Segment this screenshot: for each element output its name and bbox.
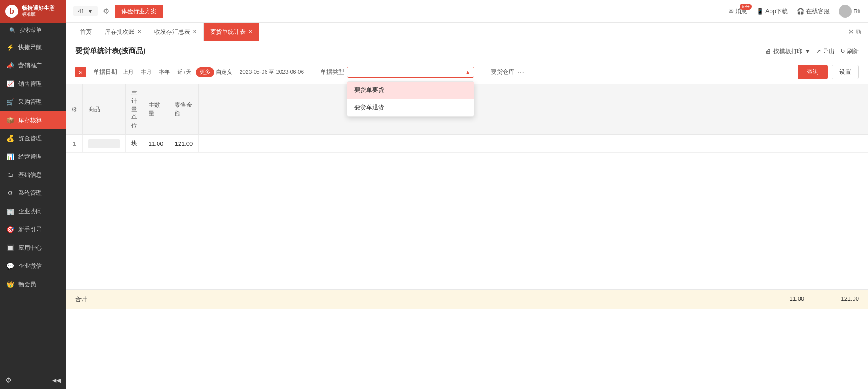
tab-home[interactable]: 首页 xyxy=(73,23,98,41)
quick-nav-icon: ⚡ xyxy=(5,43,15,52)
filter-actions: 查询 设置 xyxy=(798,65,859,79)
filter-bar: » 单据日期 上月 本月 本年 近7天 更多 自定义 2023-05-06 至 … xyxy=(66,60,868,84)
doctype-input[interactable] xyxy=(347,67,474,78)
store-dropdown-arrow: ▼ xyxy=(87,8,93,15)
topbar-right: ✉ 消息 99+ 📱 App下载 🎧 在线客服 Rit xyxy=(729,5,861,18)
page-inner: 要货单统计表(按商品) 🖨 按模板打印 ▼ ↗ 导出 ↻ 刷新 xyxy=(66,41,868,389)
sidebar-item-label: 畅会员 xyxy=(18,280,61,288)
sidebar-item-label: 快捷导航 xyxy=(18,43,61,51)
tab-label: 收发存汇总表 xyxy=(154,28,190,36)
cell-quantity: 11.00 xyxy=(143,135,169,153)
sidebar-item-finance[interactable]: 💰 资金管理 xyxy=(0,129,66,148)
filter-expand-btn[interactable]: » xyxy=(75,67,86,77)
app-download-label: App下载 xyxy=(765,7,788,15)
warehouse-filter-group: 要货仓库 ··· xyxy=(491,67,524,77)
export-label: 导出 xyxy=(823,47,835,56)
sidebar-item-sales[interactable]: 📈 销售管理 xyxy=(0,75,66,93)
sidebar-item-app-center[interactable]: 🔲 应用中心 xyxy=(0,239,66,257)
date-btn-more[interactable]: 更多 xyxy=(196,67,214,77)
warehouse-dots-icon[interactable]: ··· xyxy=(517,67,524,77)
user-name: Rit xyxy=(853,8,861,15)
footer-spacer xyxy=(96,295,781,303)
query-btn[interactable]: 查询 xyxy=(798,65,828,79)
sidebar-item-label: 基础信息 xyxy=(18,171,61,179)
sidebar: b 畅捷通好生意 标准版 🔍 搜索菜单 ⚡ 快捷导航 📣 营销推广 📈 销售管理… xyxy=(0,0,66,389)
cell-no: 1 xyxy=(66,135,83,153)
settings-icon[interactable]: ⚙ xyxy=(5,376,12,384)
table-settings-icon[interactable]: ⚙ xyxy=(72,106,77,113)
cell-amount: 121.00 xyxy=(169,135,199,153)
sidebar-item-guide[interactable]: 🎯 新手引导 xyxy=(0,220,66,239)
settings-btn[interactable]: 设置 xyxy=(832,65,859,79)
tab-maximize-btn[interactable]: ⧉ xyxy=(856,27,861,36)
sidebar-item-inventory[interactable]: 📦 库存核算 xyxy=(0,111,66,129)
industry-btn[interactable]: 体验行业方案 xyxy=(115,5,163,18)
warehouse-filter-label: 要货仓库 xyxy=(491,68,514,76)
sidebar-search[interactable]: 🔍 搜索菜单 xyxy=(0,23,66,38)
sidebar-item-purchase[interactable]: 🛒 采购管理 xyxy=(0,93,66,111)
operations-icon: 📊 xyxy=(5,152,15,161)
date-btn-this-year[interactable]: 本年 xyxy=(156,67,173,77)
sidebar-item-corp-wechat[interactable]: 💬 企业微信 xyxy=(0,257,66,275)
sidebar-item-marketing[interactable]: 📣 营销推广 xyxy=(0,56,66,75)
tab-close-icon[interactable]: ✕ xyxy=(137,29,141,35)
doctype-option-return[interactable]: 要货单退货 xyxy=(347,99,474,116)
date-btn-last-month[interactable]: 上月 xyxy=(120,67,136,77)
tab-close-all-btn[interactable]: ✕ xyxy=(848,27,854,36)
sidebar-item-label: 采购管理 xyxy=(18,98,61,106)
store-selector[interactable]: 41 ▼ xyxy=(73,6,98,16)
footer-quantity: 11.00 xyxy=(790,295,805,303)
sidebar-item-label: 资金管理 xyxy=(18,134,61,143)
empty-space xyxy=(66,153,868,289)
app-center-icon: 🔲 xyxy=(5,243,15,252)
doctype-select-wrapper: ▲ 要货单要货 要货单退货 xyxy=(347,67,474,78)
date-range-display: 2023-05-06 至 2023-06-06 xyxy=(240,68,304,76)
refresh-action[interactable]: ↻ 刷新 xyxy=(840,47,859,56)
tab-close-icon[interactable]: ✕ xyxy=(193,29,197,35)
col-settings-header[interactable]: ⚙ xyxy=(66,84,83,135)
refresh-icon: ↻ xyxy=(840,48,845,55)
enterprise-icon: 🏢 xyxy=(5,207,15,216)
export-action[interactable]: ↗ 导出 xyxy=(816,47,835,56)
user-avatar-item[interactable]: Rit xyxy=(839,5,861,18)
tab-order-summary[interactable]: 要货单统计表 ✕ xyxy=(204,23,259,41)
sidebar-item-label: 系统管理 xyxy=(18,189,61,197)
home-tab-label: 首页 xyxy=(80,28,92,36)
sidebar-item-system[interactable]: ⚙ 系统管理 xyxy=(0,184,66,202)
logo-icon: b xyxy=(5,5,18,18)
online-service-item[interactable]: 🎧 在线客服 xyxy=(797,7,830,15)
col-extra-header xyxy=(199,84,868,135)
date-filter-label: 单据日期 xyxy=(93,68,117,76)
marketing-icon: 📣 xyxy=(5,61,15,70)
app-download-item[interactable]: 📱 App下载 xyxy=(756,7,788,15)
purchase-icon: 🛒 xyxy=(5,97,15,107)
store-name: 41 xyxy=(78,8,84,15)
tab-close-icon[interactable]: ✕ xyxy=(248,29,252,35)
topbar: 41 ▼ ⚙ 体验行业方案 ✉ 消息 99+ 📱 App下载 🎧 在线客服 xyxy=(66,0,868,23)
messages-item[interactable]: ✉ 消息 99+ xyxy=(729,7,747,15)
table-footer: 合计 11.00 121.00 xyxy=(66,289,868,309)
tab-receivable-summary[interactable]: 收发存汇总表 ✕ xyxy=(148,23,204,41)
topbar-gear-icon[interactable]: ⚙ xyxy=(103,7,109,15)
print-action[interactable]: 🖨 按模板打印 ▼ xyxy=(765,47,811,56)
online-service-label: 在线客服 xyxy=(806,7,830,15)
tabs-bar: 首页 库存批次账 ✕ 收发存汇总表 ✕ 要货单统计表 ✕ ✕ ⧉ xyxy=(66,23,868,41)
sidebar-item-basic-info[interactable]: 🗂 基础信息 xyxy=(0,166,66,184)
app-version: 标准版 xyxy=(22,11,55,18)
sidebar-item-quick-nav[interactable]: ⚡ 快捷导航 xyxy=(0,38,66,56)
system-icon: ⚙ xyxy=(5,189,15,198)
date-btn-custom[interactable]: 自定义 xyxy=(216,68,232,76)
date-btn-last-7-days[interactable]: 近7天 xyxy=(175,67,194,77)
sidebar-item-vip[interactable]: 👑 畅会员 xyxy=(0,275,66,293)
cell-product xyxy=(83,135,126,153)
doctype-option-order[interactable]: 要货单要货 xyxy=(347,82,474,99)
sidebar-item-label: 销售管理 xyxy=(18,80,61,88)
collapse-btn[interactable]: ◀◀ xyxy=(52,377,61,384)
tab-inventory-batch[interactable]: 库存批次账 ✕ xyxy=(98,23,148,41)
main-content: 41 ▼ ⚙ 体验行业方案 ✉ 消息 99+ 📱 App下载 🎧 在线客服 xyxy=(66,0,868,389)
sidebar-bottom: ⚙ ◀◀ xyxy=(0,371,66,389)
sidebar-item-operations[interactable]: 📊 经营管理 xyxy=(0,148,66,166)
date-filter-group: 单据日期 上月 本月 本年 近7天 更多 自定义 xyxy=(93,67,232,77)
sidebar-item-enterprise[interactable]: 🏢 企业协同 xyxy=(0,202,66,220)
date-btn-this-month[interactable]: 本月 xyxy=(138,67,154,77)
